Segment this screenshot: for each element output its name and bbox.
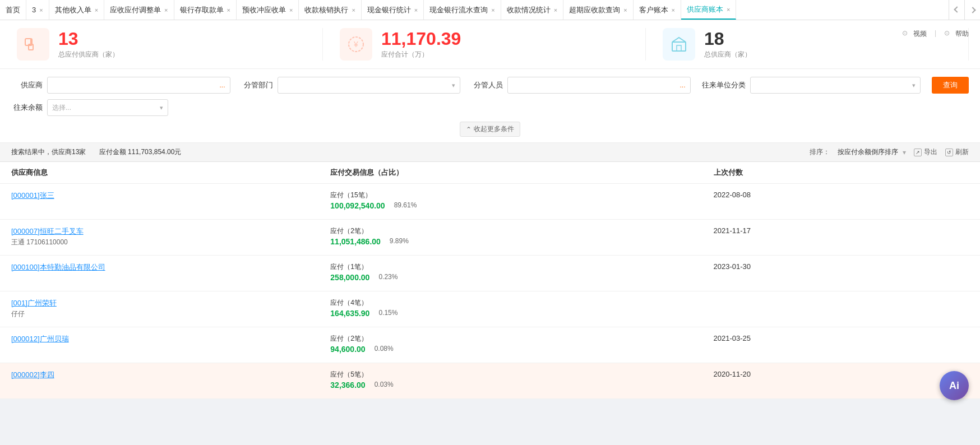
nav-tab-3[interactable]: 3 ×: [26, 0, 49, 20]
tx-label-1: 应付（2笔）: [330, 226, 713, 236]
person-dots: ...: [679, 81, 685, 89]
help-link[interactable]: 帮助: [955, 29, 969, 39]
close-icon[interactable]: ×: [289, 7, 293, 13]
filter-row-2: 往来余额 选择... ▾: [11, 99, 179, 116]
close-icon[interactable]: ×: [623, 7, 627, 13]
close-icon[interactable]: ×: [352, 7, 355, 13]
nav-customer-ledger[interactable]: 客户账本 ×: [634, 0, 681, 20]
payable-total-label: 应付合计（万）: [381, 50, 461, 59]
tx-amount-link-0[interactable]: 100,092,540.00: [330, 201, 385, 210]
nav-scroll-right[interactable]: [964, 0, 980, 20]
search-button[interactable]: 查询: [932, 77, 969, 94]
tx-percent-4: 0.08%: [375, 345, 394, 353]
supplier-link-5[interactable]: [000002]李四: [11, 370, 54, 379]
refresh-button[interactable]: ↺ 刷新: [945, 147, 969, 157]
category-filter-label: 往来单位分类: [702, 80, 746, 90]
supplier-cell-4: [000012]广州贝瑞: [11, 334, 330, 344]
nav-supplier-ledger[interactable]: 供应商账本 ×: [681, 0, 736, 20]
tx-amount-link-2[interactable]: 258,000.00: [330, 273, 369, 282]
summary-card-payable-suppliers: 13 总应付供应商（家）: [11, 28, 323, 61]
sort-value: 按应付余额倒序排序: [838, 147, 898, 157]
nav-other-income[interactable]: 其他收入单 ×: [49, 0, 104, 20]
category-select[interactable]: ▾: [750, 77, 921, 94]
tx-amount-link-4[interactable]: 94,600.00: [330, 345, 365, 354]
export-icon: ↗: [914, 149, 922, 156]
chevron-down-icon4: ▾: [903, 149, 906, 156]
refresh-label: 刷新: [955, 147, 969, 157]
nav-collection-stats[interactable]: 收款情况统计 ×: [501, 0, 563, 20]
nav-customer-ledger-label: 客户账本: [639, 5, 668, 15]
tx-label-0: 应付（15笔）: [330, 191, 713, 200]
nav-home[interactable]: 首页: [0, 0, 26, 20]
results-text1: 搜索结果中，供应商13家: [11, 148, 86, 156]
tx-amount-link-5[interactable]: 32,366.00: [330, 381, 365, 390]
last-pay-cell-0: 2022-08-08: [714, 191, 969, 199]
tx-label-3: 应付（4笔）: [330, 298, 713, 308]
nav-home-label: 首页: [6, 5, 20, 15]
divider: |: [935, 29, 936, 37]
supplier-cell-3: [001]广州荣轩 仔仔: [11, 298, 330, 319]
last-pay-cell-4: 2021-03-25: [714, 334, 969, 342]
nav-prepay[interactable]: 预收冲应收单 ×: [237, 0, 299, 20]
transaction-info-4: 应付（2笔） 94,600.00 0.08%: [330, 334, 713, 354]
payable-suppliers-number: 13: [58, 30, 119, 48]
results-text2: 应付金额 111,703,854.00元: [99, 148, 182, 156]
table-body: [000001]张三 应付（15笔） 100,092,540.00 89.61%…: [0, 184, 980, 399]
close-icon[interactable]: ×: [164, 7, 168, 13]
nav-cash-flow[interactable]: 现金银行流水查询 ×: [424, 0, 501, 20]
tx-label-2: 应付（1笔）: [330, 262, 713, 272]
table-row: [000001]张三 应付（15笔） 100,092,540.00 89.61%…: [0, 184, 980, 220]
person-input[interactable]: ...: [507, 77, 691, 94]
nav-overdue[interactable]: 超期应收款查询 ×: [563, 0, 633, 20]
close-icon[interactable]: ×: [95, 7, 98, 13]
supplier-sub-3: 仔仔: [11, 309, 330, 319]
nav-bank[interactable]: 银行存取款单 ×: [174, 0, 237, 20]
supplier-link-3[interactable]: [001]广州荣轩: [11, 299, 57, 307]
payable-total-info: 11,170.39 应付合计（万）: [381, 30, 461, 59]
nav-bank-label: 银行存取款单: [180, 5, 224, 15]
results-info: 搜索结果中，供应商13家 应付金额 111,703,854.00元: [11, 147, 192, 157]
close-icon[interactable]: ×: [491, 7, 494, 13]
close-icon[interactable]: ×: [554, 7, 557, 13]
nav-cash-stats[interactable]: 现金银行统计 ×: [362, 0, 424, 20]
nav-cash-stats-label: 现金银行统计: [367, 5, 411, 15]
close-icon[interactable]: ×: [227, 7, 230, 13]
video-link[interactable]: 视频: [913, 29, 927, 39]
export-button[interactable]: ↗ 导出: [914, 147, 937, 157]
tx-percent-2: 0.23%: [378, 273, 397, 281]
chevron-down-icon3: ▾: [160, 104, 163, 112]
tx-percent-0: 89.61%: [394, 201, 417, 209]
supplier-cell-1: [000007]恒旺二手叉车 王通 17106110000: [11, 226, 330, 247]
store-icon: [663, 28, 695, 61]
supplier-link-2[interactable]: [000100]本特勤油品有限公司: [11, 263, 105, 271]
close-icon[interactable]: ×: [414, 7, 418, 13]
close-icon[interactable]: ×: [39, 7, 43, 13]
transaction-cell-1: 应付（2笔） 11,051,486.00 9.89%: [330, 226, 713, 246]
collapse-label: 收起更多条件: [474, 124, 514, 134]
nav-scroll-left[interactable]: [949, 0, 964, 20]
supplier-link-0[interactable]: [000001]张三: [11, 191, 54, 200]
tx-percent-3: 0.15%: [378, 309, 397, 317]
balance-select[interactable]: 选择... ▾: [47, 99, 168, 116]
tx-percent-1: 9.89%: [390, 237, 409, 245]
close-icon[interactable]: ×: [727, 6, 730, 13]
nav-supplier-ledger-label: 供应商账本: [687, 4, 723, 15]
supplier-link-4[interactable]: [000012]广州贝瑞: [11, 335, 69, 343]
collapse-button[interactable]: ⌃ 收起更多条件: [460, 122, 520, 137]
last-pay-date-5: 2020-11-20: [714, 370, 751, 378]
close-icon[interactable]: ×: [672, 7, 675, 13]
filter-balance: 往来余额 选择... ▾: [11, 99, 179, 116]
supplier-filter-label: 供应商: [11, 80, 43, 90]
nav-collection[interactable]: 收款核销执行 ×: [299, 0, 361, 20]
supplier-input[interactable]: ...: [47, 77, 230, 94]
nav-adjust[interactable]: 应收应付调整单 ×: [104, 0, 174, 20]
ai-button[interactable]: Ai: [940, 371, 969, 399]
dept-select[interactable]: ▾: [278, 77, 461, 94]
tx-amount-link-3[interactable]: 164,635.90: [330, 309, 369, 318]
supplier-link-1[interactable]: [000007]恒旺二手叉车: [11, 227, 84, 235]
sort-select[interactable]: 按应付余额倒序排序 ▾: [838, 147, 906, 157]
tx-amount-link-1[interactable]: 11,051,486.00: [330, 237, 381, 246]
table-row: [001]广州荣轩 仔仔 应付（4笔） 164,635.90 0.15%: [0, 291, 980, 327]
tx-percent-5: 0.03%: [375, 381, 394, 388]
refresh-icon: ↺: [945, 149, 953, 156]
